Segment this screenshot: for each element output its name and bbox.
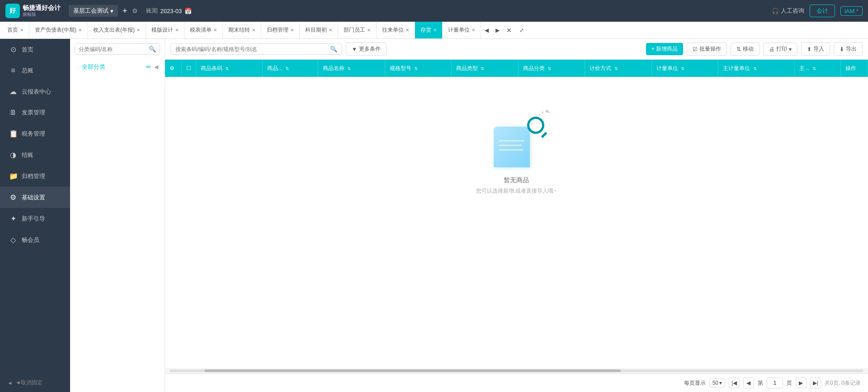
batch-icon: ☑	[693, 46, 698, 52]
sort-type-icon[interactable]: ⇅	[481, 66, 484, 71]
tab-expand-button[interactable]: ⤢	[515, 22, 528, 39]
tab-close-archive[interactable]: ✕	[290, 28, 294, 33]
tab-close-assets[interactable]: ✕	[78, 28, 82, 33]
next-page-button[interactable]: ▶	[796, 378, 807, 388]
sort-category-icon[interactable]: ⇅	[547, 66, 551, 71]
th-category[interactable]: 商品分类 ⇅	[518, 60, 585, 77]
sort-code-icon[interactable]: ⇅	[285, 66, 289, 71]
tab-assets[interactable]: 资产负债表(中期) ✕	[29, 22, 88, 39]
th-barcode[interactable]: 商品条码 ⇅	[196, 60, 263, 77]
sidebar-item-home[interactable]: ⊙ 首页	[0, 39, 70, 60]
product-table: ⚙ ☐ 商品条码 ⇅ 商品... ⇅	[165, 60, 868, 231]
sidebar-item-guide[interactable]: ✦ 新手引导	[0, 208, 70, 229]
move-button[interactable]: ⇅ 移动	[731, 43, 760, 56]
scrollbar-thumb[interactable]	[204, 369, 621, 372]
tab-template[interactable]: 模版设计 ✕	[146, 22, 184, 39]
category-all[interactable]: :: 全部分类 ✏ ◀	[70, 59, 165, 75]
tab-close-dept[interactable]: ✕	[367, 28, 371, 33]
per-page-select[interactable]: 50 ▾	[709, 378, 725, 387]
first-page-button[interactable]: |◀	[729, 378, 740, 388]
tab-close-template[interactable]: ✕	[175, 28, 179, 33]
more-filter-button[interactable]: ▼ 更多条件	[346, 43, 387, 56]
gear-icon[interactable]: ⚙	[132, 7, 138, 14]
print-dropdown-icon: ▾	[789, 46, 792, 52]
tab-next-button[interactable]: ▶	[492, 22, 503, 39]
tab-archive[interactable]: 归档管理 ✕	[261, 22, 300, 39]
account-button[interactable]: 会计	[810, 5, 835, 17]
search-icon[interactable]: 🔍	[330, 46, 337, 52]
tab-tax[interactable]: 税表清单 ✕	[184, 22, 223, 39]
sort-pricing-icon[interactable]: ⇅	[614, 66, 618, 71]
export-button[interactable]: ⬇ 导出	[834, 43, 863, 56]
add-product-button[interactable]: + 新增商品	[646, 43, 683, 55]
sort-name-icon[interactable]: ⇅	[347, 66, 351, 71]
category-search-box[interactable]: 🔍	[75, 43, 160, 55]
sort-barcode-icon[interactable]: ⇅	[225, 66, 229, 71]
main-layout: ⊙ 首页 ≡ 总账 ☁ 云报表中心 🗎 发票管理 📋 税务管理 ◑ 结账 📁 归…	[0, 39, 868, 392]
th-spec[interactable]: 规格型号 ⇅	[385, 60, 452, 77]
horizontal-scrollbar[interactable]	[165, 368, 868, 373]
tab-close-inventory[interactable]: ✕	[433, 28, 437, 33]
tab-dept[interactable]: 部门员工 ✕	[338, 22, 377, 39]
sidebar-item-settings[interactable]: ⚙ 基础设置	[0, 187, 70, 208]
th-main2[interactable]: 主... ⇅	[795, 60, 841, 77]
sidebar-item-archive[interactable]: 📁 归档管理	[0, 165, 70, 187]
prev-page-button[interactable]: ◀	[743, 378, 754, 388]
category-collapse-icon[interactable]: ◀	[154, 64, 158, 70]
sidebar-item-member[interactable]: ◇ 畅会员	[0, 229, 70, 250]
iam-badge[interactable]: iAM *	[840, 6, 863, 16]
category-search-icon[interactable]: 🔍	[149, 46, 156, 52]
tab-unit[interactable]: 计量单位 ✕	[443, 22, 481, 39]
sidebar-item-tax[interactable]: 📋 税务管理	[0, 123, 70, 144]
tab-close-all-button[interactable]: ✕	[503, 22, 515, 39]
last-page-button[interactable]: ▶|	[810, 378, 821, 388]
logo-icon: 好	[5, 4, 20, 18]
th-type[interactable]: 商品类型 ⇅	[452, 60, 519, 77]
product-search-bar[interactable]: 🔍	[170, 43, 342, 55]
plus-icon[interactable]: +	[123, 6, 127, 16]
tab-inventory[interactable]: 存货 ✕	[415, 22, 443, 39]
sidebar-item-cloud[interactable]: ☁ 云报表中心	[0, 81, 70, 102]
page-number-input[interactable]	[767, 378, 783, 388]
service-button[interactable]: 🎧 人工咨询	[772, 7, 804, 15]
th-gear[interactable]: ⚙	[165, 60, 181, 77]
tab-close-income[interactable]: ✕	[137, 28, 140, 33]
sort-unit-icon[interactable]: ⇅	[681, 66, 684, 71]
tab-close-home[interactable]: ✕	[20, 28, 24, 33]
tab-income[interactable]: 收入支出表(年报) ✕	[88, 22, 146, 39]
sidebar-item-ledger[interactable]: ≡ 总账	[0, 60, 70, 81]
th-checkbox[interactable]: ☐	[181, 60, 196, 77]
sidebar-item-invoice[interactable]: 🗎 发票管理	[0, 102, 70, 123]
drag-icon: ::	[76, 65, 79, 70]
tab-close-tax[interactable]: ✕	[213, 28, 217, 33]
th-pricing[interactable]: 计价方式 ⇅	[585, 60, 652, 77]
product-search-input[interactable]	[175, 46, 327, 52]
company-selector[interactable]: 基层工会测试 ▾	[69, 5, 118, 17]
sort-spec-icon[interactable]: ⇅	[414, 66, 418, 71]
th-unit[interactable]: 计量单位 ⇅	[651, 60, 718, 77]
tab-prev-button[interactable]: ◀	[481, 22, 492, 39]
inner-content: 🔍 :: 全部分类 ✏ ◀ 🔍 ▼	[70, 39, 868, 392]
tab-close-closing[interactable]: ✕	[252, 28, 255, 33]
th-code[interactable]: 商品... ⇅	[263, 60, 318, 77]
sort-main2-icon[interactable]: ⇅	[812, 66, 816, 71]
sidebar-unpin-button[interactable]: ◄ ◄取消固定	[0, 373, 70, 392]
category-edit-icon[interactable]: ✏	[146, 63, 151, 71]
total-info: 共0页, 0条记录	[825, 379, 861, 387]
tab-close-subject[interactable]: ✕	[329, 28, 332, 33]
tab-close-contacts[interactable]: ✕	[406, 28, 409, 33]
tab-close-unit[interactable]: ✕	[472, 28, 475, 33]
calendar-icon[interactable]: 📅	[184, 8, 192, 14]
sidebar-item-closing[interactable]: ◑ 结账	[0, 144, 70, 165]
tab-home[interactable]: 首页 ✕	[2, 22, 29, 39]
import-button[interactable]: ⬆ 导入	[801, 43, 830, 56]
tab-contacts[interactable]: 往来单位 ✕	[377, 22, 415, 39]
th-main-unit[interactable]: 主计量单位 ⇅	[718, 60, 795, 77]
sort-main-unit-icon[interactable]: ⇅	[753, 66, 757, 71]
print-button[interactable]: 🖨 打印 ▾	[763, 43, 797, 56]
th-name[interactable]: 商品名称 ⇅	[318, 60, 385, 77]
tab-subject[interactable]: 科目期初 ✕	[300, 22, 338, 39]
tab-closing[interactable]: 期末结转 ✕	[223, 22, 261, 39]
category-search-input[interactable]	[79, 46, 149, 52]
batch-ops-button[interactable]: ☑ 批量操作	[687, 43, 727, 56]
